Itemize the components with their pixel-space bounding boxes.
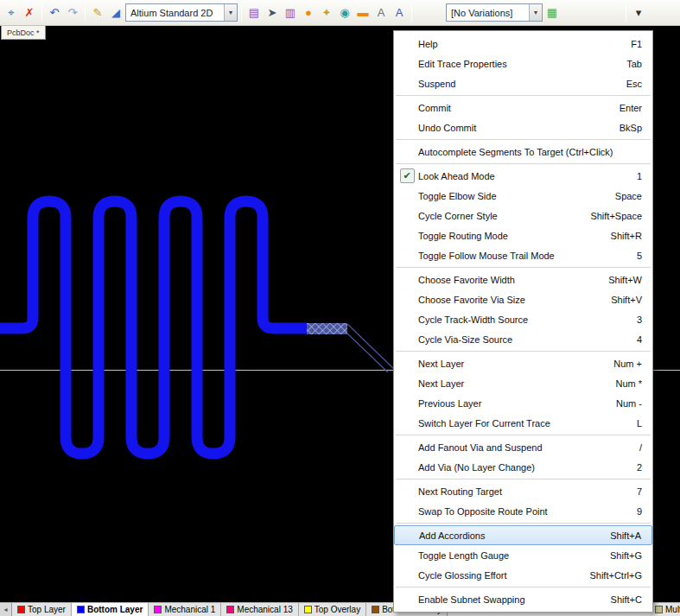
menu-item-label: Toggle Follow Mouse Trail Mode: [418, 251, 637, 261]
menu-item-add-via-no-layer-change[interactable]: Add Via (No Layer Change)2: [394, 457, 652, 477]
menu-item-label: Autocomplete Segments To Target (Ctrl+Cl…: [418, 147, 642, 157]
menu-item-shortcut: Num -: [616, 398, 651, 409]
sphere-icon[interactable]: ●: [300, 3, 317, 22]
checkmark-icon: ✔: [396, 168, 418, 183]
undo-icon[interactable]: ↶: [46, 3, 63, 22]
chevron-down-icon[interactable]: ▾: [224, 4, 237, 21]
menu-item-add-fanout-via-and-suspend[interactable]: Add Fanout Via and Suspend/: [394, 437, 652, 457]
toolbar-separator: [626, 4, 626, 22]
menu-item-next-layer[interactable]: Next LayerNum +: [394, 353, 652, 373]
menu-item-look-ahead-mode[interactable]: ✔Look Ahead Mode1: [394, 166, 652, 186]
lookahead-hatched-segment[interactable]: [307, 323, 347, 334]
checkmark-icon: ✔: [400, 168, 415, 183]
menu-item-toggle-elbow-side[interactable]: Toggle Elbow SideSpace: [394, 186, 652, 206]
menu-item-enable-subnet-swapping[interactable]: Enable Subnet SwappingShift+C: [394, 589, 652, 609]
menu-item-choose-favorite-width[interactable]: Choose Favorite WidthShift+W: [394, 270, 652, 289]
menu-item-toggle-follow-mouse-trail-mode[interactable]: Toggle Follow Mouse Trail Mode5: [394, 245, 652, 265]
menu-item-label: Cycle Glossing Effort: [418, 570, 589, 581]
board-icon[interactable]: ▦: [543, 3, 561, 22]
layer-tab-mechanical-1[interactable]: Mechanical 1: [149, 603, 221, 616]
menu-item-label: Next Layer: [418, 378, 615, 389]
menu-item-label: Add Fanout Via and Suspend: [418, 442, 639, 453]
menu-separator: [396, 479, 651, 479]
menu-item-shortcut: 4: [637, 334, 651, 345]
menu-item-label: Suspend: [418, 79, 626, 89]
menu-item-shortcut: BkSp: [620, 123, 651, 133]
layer-color-swatch: [304, 606, 312, 613]
menu-item-cycle-glossing-effort[interactable]: Cycle Glossing EffortShift+Ctrl+G: [394, 565, 652, 585]
menu-item-label: Toggle Length Gauge: [418, 550, 610, 561]
layer-tab-label: Top Layer: [28, 605, 66, 614]
clear-filter-icon[interactable]: ✗: [21, 3, 38, 22]
menu-item-shortcut: 7: [637, 486, 651, 497]
font-icon[interactable]: A: [391, 3, 408, 22]
menu-item-label: Choose Favorite Width: [418, 275, 608, 285]
main-toolbar: ⌖✗↶↷✎◢Altium Standard 2D▾▤➤▥●✦◉▬AA[No Va…: [0, 0, 680, 26]
menu-item-toggle-length-gauge[interactable]: Toggle Length GaugeShift+G: [394, 545, 652, 565]
menu-item-shortcut: Enter: [620, 103, 651, 113]
pad-icon[interactable]: ▬: [354, 3, 372, 22]
menu-item-swap-to-opposite-route-point[interactable]: Swap To Opposite Route Point9: [394, 501, 652, 521]
menu-item-shortcut: Shift+A: [610, 530, 650, 541]
menu-item-commit[interactable]: CommitEnter: [394, 98, 652, 117]
menu-item-shortcut: 5: [637, 251, 651, 261]
menu-item-cycle-corner-style[interactable]: Cycle Corner StyleShift+Space: [394, 206, 652, 225]
view-configuration-combo[interactable]: Altium Standard 2D▾: [125, 3, 238, 22]
view-configuration-combo-value: Altium Standard 2D: [130, 8, 220, 18]
menu-item-cycle-via-size-source[interactable]: Cycle Via-Size Source4: [394, 329, 652, 349]
layer-tab-bottom-layer[interactable]: Bottom Layer: [72, 603, 149, 616]
menu-separator: [396, 523, 651, 524]
menu-item-edit-trace-properties[interactable]: Edit Trace PropertiesTab: [394, 54, 652, 73]
snap-grid-icon[interactable]: ⌖: [3, 3, 20, 22]
redo-icon[interactable]: ↷: [64, 3, 81, 22]
document-tab[interactable]: PcbDoc *: [1, 26, 46, 40]
menu-item-choose-favorite-via-size[interactable]: Choose Favorite Via SizeShift+V: [394, 289, 652, 309]
layer-color-swatch: [17, 606, 25, 613]
menu-item-shortcut: 9: [637, 506, 651, 517]
menu-item-next-routing-target[interactable]: Next Routing Target7: [394, 481, 652, 501]
toolbar-separator: [241, 4, 242, 22]
menu-item-help[interactable]: HelpF1: [394, 34, 652, 54]
annotate-icon[interactable]: A: [372, 3, 390, 22]
menu-item-toggle-routing-mode[interactable]: Toggle Routing ModeShift+R: [394, 225, 652, 245]
chevron-down-icon[interactable]: ▾: [529, 4, 542, 21]
variations-combo[interactable]: [No Variations]▾: [446, 3, 543, 22]
layer-tab-multi-layer[interactable]: Multi-Layer: [650, 603, 680, 616]
menu-item-label: Toggle Routing Mode: [418, 231, 611, 241]
menu-item-label: Toggle Elbow Side: [418, 191, 615, 201]
menu-item-undo-commit[interactable]: Undo CommitBkSp: [394, 117, 652, 137]
menu-separator: [396, 95, 651, 96]
menu-item-shortcut: /: [639, 442, 651, 453]
layer-tab-mechanical-13[interactable]: Mechanical 13: [221, 603, 298, 616]
measure-icon[interactable]: ◢: [107, 3, 124, 22]
key-icon[interactable]: ✦: [318, 3, 335, 22]
layer-color-swatch: [77, 606, 85, 613]
menu-item-label: Commit: [418, 103, 620, 113]
menu-separator: [396, 351, 651, 352]
wand-icon[interactable]: ✎: [89, 3, 106, 22]
menu-item-label: Look Ahead Mode: [418, 171, 637, 181]
menu-item-add-accordions[interactable]: Add AccordionsShift+A: [394, 525, 652, 545]
layer-tab-label: Mechanical 1: [164, 605, 215, 614]
menu-item-switch-layer-for-current-trace[interactable]: Switch Layer For Current TraceL: [394, 413, 652, 433]
layer-tab-top-overlay[interactable]: Top Overlay: [299, 603, 366, 616]
ring-icon[interactable]: ◉: [336, 3, 353, 22]
menu-item-autocomplete-segments-to-target-ctrl-click[interactable]: Autocomplete Segments To Target (Ctrl+Cl…: [394, 142, 652, 162]
toolbar-separator: [411, 4, 412, 22]
toolbar-separator: [85, 4, 86, 22]
menu-item-label: Undo Commit: [418, 123, 620, 133]
variant-release-icon[interactable]: ▤: [245, 3, 263, 22]
menu-item-shortcut: Num +: [613, 359, 651, 369]
toolbar-overflow-icon[interactable]: ▾: [630, 3, 647, 22]
menu-item-shortcut: Shift+Space: [590, 211, 651, 221]
menu-item-label: Edit Trace Properties: [418, 59, 626, 69]
menu-item-next-layer[interactable]: Next LayerNum *: [394, 373, 652, 393]
layer-scroll-button[interactable]: ◂: [0, 603, 12, 616]
menu-item-suspend[interactable]: SuspendEsc: [394, 73, 652, 93]
filter-doc-icon[interactable]: ▥: [282, 3, 299, 22]
menu-item-label: Cycle Track-Width Source: [418, 314, 637, 325]
layer-tab-top-layer[interactable]: Top Layer: [12, 603, 72, 616]
menu-item-cycle-track-width-source[interactable]: Cycle Track-Width Source3: [394, 309, 652, 329]
cursor-arrow-icon[interactable]: ➤: [264, 3, 281, 22]
menu-item-previous-layer[interactable]: Previous LayerNum -: [394, 393, 652, 413]
